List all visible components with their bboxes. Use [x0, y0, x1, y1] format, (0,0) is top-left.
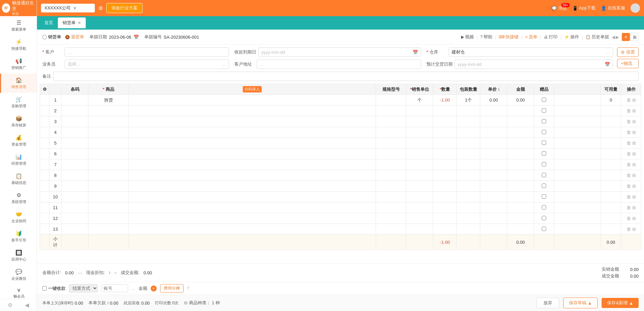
add-payment-btn[interactable]: + [151, 285, 157, 291]
gift-checkbox-12[interactable] [542, 216, 546, 220]
scan-btn[interactable]: 扫码录入 [243, 86, 262, 92]
expense-split-btn[interactable]: 费用分摊 [160, 284, 184, 293]
remarks-input[interactable] [53, 72, 639, 81]
sidebar-item-sales[interactable]: 🏠 销售管理 [0, 74, 37, 93]
gift-checkbox-2[interactable] [542, 108, 546, 113]
operate-btn[interactable]: ⚡ 操作 [564, 34, 579, 40]
copy-row-icon[interactable]: ⊞ [632, 151, 636, 156]
delete-row-icon[interactable]: 🗑 [627, 130, 631, 135]
save-new-btn[interactable]: 保存&新增 ▲ [602, 298, 639, 308]
return-order-radio[interactable]: 退货单 [65, 34, 84, 40]
company-selector[interactable]: XXXXXX公司 ▼ [41, 4, 95, 12]
date-calendar-icon[interactable]: 📅 [134, 35, 139, 40]
gift-checkbox-3[interactable] [542, 119, 546, 123]
list-view-btn[interactable]: ≡ [622, 33, 630, 41]
sidebar-item-operation[interactable]: 📊 经营管理 [0, 150, 37, 169]
warehouse-input[interactable]: 建材仓 ... [449, 47, 613, 57]
sales-order-radio[interactable]: 销货单 [42, 34, 61, 40]
shortcut-btn[interactable]: ⌨ 快捷键 [499, 34, 519, 40]
gift-checkbox-7[interactable] [542, 162, 546, 166]
save-new-chevron-icon[interactable]: ▲ [629, 301, 633, 306]
sidebar-item-enterprise[interactable]: 🤝 企业协同 [0, 208, 37, 227]
copy-row-icon[interactable]: ⊞ [632, 216, 636, 221]
delete-row-icon[interactable]: 🗑 [627, 216, 631, 221]
due-date-input[interactable]: yyyy-mm-dd 📅 [258, 47, 421, 57]
col-scan-header[interactable]: 扫码录入 [129, 84, 376, 95]
copy-row-icon[interactable]: ⊞ [632, 162, 636, 167]
tab-home[interactable]: 首页 [40, 17, 58, 28]
copy-row-icon[interactable]: ⊞ [632, 98, 636, 103]
trial-btn[interactable]: 体验行业方案 [106, 3, 143, 13]
delete-row-icon[interactable]: 🗑 [627, 98, 631, 103]
sidebar-item-marketing[interactable]: 📢 营销推广 [0, 54, 37, 74]
one-click-checkbox[interactable] [42, 286, 47, 290]
delete-row-icon[interactable]: 🗑 [627, 184, 631, 189]
gift-checkbox-13[interactable] [542, 227, 546, 231]
gift-checkbox-9[interactable] [542, 184, 546, 188]
print-btn[interactable]: 🖨 打印 [544, 34, 558, 40]
copy-row-icon[interactable]: ⊞ [632, 227, 636, 232]
gift-checkbox-1[interactable] [542, 98, 546, 102]
sidebar-item-guide[interactable]: 🔰 新手引导 [0, 227, 37, 246]
copy-row-icon[interactable]: ⊞ [632, 108, 636, 113]
sidebar-item-basic[interactable]: 📋 基础信息 [0, 169, 37, 189]
sidebar-item-app[interactable]: 🔲 应用中心 [0, 246, 37, 265]
logistics-btn[interactable]: +物流 [617, 59, 639, 68]
account-dots-icon[interactable]: ... [131, 286, 135, 291]
copy-row-icon[interactable]: ⊞ [632, 184, 636, 189]
select-btn[interactable]: ≡ 选单 [525, 34, 537, 40]
copy-row-icon[interactable]: ⊞ [632, 141, 636, 146]
copy-row-icon[interactable]: ⊞ [632, 130, 636, 135]
topbar-gear-icon[interactable]: ⚙ [98, 5, 103, 11]
app-download-btn[interactable]: 📱 App下载 [572, 5, 596, 11]
prev-icon[interactable]: ◀ [612, 35, 615, 40]
delete-row-icon[interactable]: 🗑 [627, 151, 631, 156]
expense-help-icon[interactable]: ? [187, 286, 189, 291]
sidebar-item-inventory[interactable]: 📦 库存核算 [0, 112, 37, 131]
message-btn[interactable]: 💬 消息 99+ [552, 5, 567, 11]
col-gear[interactable]: ⚙ [40, 84, 49, 95]
sidebar-item-vip[interactable]: V 畅会员 [0, 284, 37, 299]
grid-view-btn[interactable]: ⊞ [631, 33, 639, 41]
gift-checkbox-11[interactable] [542, 205, 546, 209]
copy-row-icon[interactable]: ⊞ [632, 119, 636, 124]
video-btn[interactable]: ▶ 视频 [461, 34, 474, 40]
delete-row-icon[interactable]: 🗑 [627, 205, 631, 210]
customer-input[interactable]: ... [65, 47, 229, 57]
save-draft-chevron-icon[interactable]: ▲ [588, 301, 592, 306]
sidebar-item-finance[interactable]: 💰 资金管理 [0, 131, 37, 150]
tab-sales-order[interactable]: 销货单 ✕ [58, 17, 86, 28]
history-btn[interactable]: 📋 历史单据 [585, 34, 609, 40]
delete-row-icon[interactable]: 🗑 [627, 108, 631, 113]
customer-address-input[interactable]: ... [257, 60, 421, 69]
gift-checkbox-6[interactable] [542, 151, 546, 156]
delete-row-icon[interactable]: 🗑 [627, 227, 631, 232]
delete-row-icon[interactable]: 🗑 [627, 141, 631, 146]
payment-method-select[interactable]: 结算方式 [69, 284, 98, 293]
tab-close-icon[interactable]: ✕ [78, 21, 81, 25]
expected-date-input[interactable]: yyyy-mm-dd 📅 [455, 60, 613, 69]
sidebar-item-wechat[interactable]: 💬 企业微信 [0, 265, 37, 284]
settings-footer-icon[interactable]: ⚙ [8, 302, 12, 308]
gift-checkbox-8[interactable] [542, 173, 546, 177]
sidebar-item-system[interactable]: ⚙ 系统管理 [0, 189, 37, 208]
gift-checkbox-10[interactable] [542, 194, 546, 199]
save-draft-btn[interactable]: 保存草稿 ▲ [563, 298, 598, 308]
copy-row-icon[interactable]: ⊞ [632, 205, 636, 210]
salesperson-input[interactable]: 选择... ... [65, 60, 229, 69]
user-avatar[interactable] [631, 3, 640, 13]
gift-checkbox-5[interactable] [542, 141, 546, 145]
copy-row-icon[interactable]: ⊞ [632, 173, 636, 178]
settings-btn[interactable]: ⚙ 设置 [617, 47, 639, 57]
delete-row-icon[interactable]: 🗑 [627, 119, 631, 124]
copy-row-icon[interactable]: ⊞ [632, 194, 636, 199]
delete-row-icon[interactable]: 🗑 [627, 173, 631, 178]
gift-checkbox-4[interactable] [542, 130, 546, 134]
help-btn[interactable]: ? 帮助 [480, 34, 492, 40]
collapse-icon[interactable]: ◀ [25, 302, 29, 308]
sidebar-item-purchase[interactable]: 🛒 采购管理 [0, 93, 37, 112]
online-service-btn[interactable]: 👤 在线客服 [601, 5, 625, 11]
delete-row-icon[interactable]: 🗑 [627, 162, 631, 167]
delete-row-icon[interactable]: 🗑 [627, 194, 631, 199]
discard-btn[interactable]: 放弃 [536, 298, 559, 308]
